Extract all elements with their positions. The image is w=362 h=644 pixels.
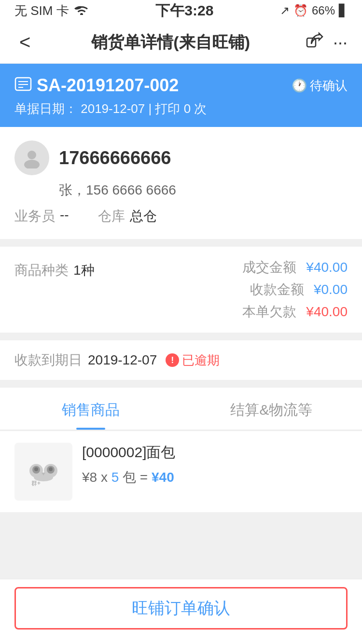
status-bar: 无 SIM 卡 下午3:28 ↗ ⏰ 66% ▋ — [0, 0, 362, 21]
battery-text: 66% — [312, 4, 335, 17]
customer-meta: 业务员 -- 仓库 总仓 — [14, 207, 348, 225]
debt-label: 本单欠款 — [242, 303, 296, 321]
customer-phone: 17666666666 — [59, 148, 171, 168]
tab-settlement[interactable]: 结算&物流等 — [181, 388, 362, 430]
debt-value: ¥40.00 — [306, 304, 348, 320]
order-date: 单据日期： 2019-12-07 | 打印 0 次 — [14, 100, 348, 117]
received-label: 收款金额 — [250, 280, 304, 299]
bottom-bar: 旺铺订单确认 — [0, 579, 362, 644]
product-price: ¥8 x 5 包 = ¥40 — [82, 468, 348, 487]
customer-name: 张，156 6666 6666 — [59, 181, 348, 199]
due-date: 2019-12-07 — [88, 352, 157, 368]
due-label: 收款到期日 — [14, 351, 82, 369]
back-button[interactable]: < — [14, 27, 35, 58]
warehouse-value: 总仓 — [130, 207, 157, 225]
svg-point-5 — [28, 151, 36, 159]
battery-icon: ▋ — [339, 4, 348, 17]
product-type: 商品种类 1种 — [14, 258, 95, 280]
overdue-text: 已逾期 — [182, 352, 220, 369]
product-info: [0000002]面包 ¥8 x 5 包 = ¥40 — [82, 443, 348, 487]
order-number: SA-20191207-002 — [14, 75, 179, 96]
svg-point-12 — [49, 467, 53, 471]
salesman-label: 业务员 — [14, 207, 55, 225]
amount-summary: 成交金额 ¥40.00 收款金额 ¥0.00 本单欠款 ¥40.00 — [242, 258, 348, 321]
amount-value: ¥40.00 — [306, 260, 348, 275]
more-icon[interactable]: ··· — [333, 32, 348, 53]
page-title: 销货单详情(来自旺铺) — [91, 31, 250, 54]
svg-point-11 — [34, 467, 38, 471]
location-icon: ↗ — [280, 4, 290, 17]
status-time: 下午3:28 — [155, 1, 213, 21]
avatar — [14, 140, 49, 175]
share-icon[interactable] — [306, 31, 323, 53]
svg-text:群+: 群+ — [31, 480, 41, 486]
due-section: 收款到期日 2019-12-07 ! 已逾期 — [0, 340, 362, 380]
order-status: 🕐 待确认 — [292, 77, 348, 94]
product-image: 群+ — [14, 443, 72, 501]
clock-icon: 🕐 — [292, 78, 307, 93]
nav-actions: ··· — [306, 31, 348, 53]
summary-section: 商品种类 1种 成交金额 ¥40.00 收款金额 ¥0.00 本单欠款 ¥40.… — [0, 247, 362, 333]
tabs-section: 销售商品 结算&物流等 — [0, 388, 362, 430]
tab-sales-products[interactable]: 销售商品 — [0, 388, 181, 430]
order-icon — [14, 75, 32, 96]
overdue-icon: ! — [166, 353, 179, 367]
status-left: 无 SIM 卡 — [14, 2, 89, 19]
confirm-button[interactable]: 旺铺订单确认 — [14, 587, 348, 630]
nav-bar: < 销货单详情(来自旺铺) ··· — [0, 21, 362, 64]
alarm-icon: ⏰ — [293, 4, 308, 17]
tabs-bar: 销售商品 结算&物流等 — [0, 388, 362, 430]
carrier-text: 无 SIM 卡 — [14, 2, 69, 19]
received-value: ¥0.00 — [314, 282, 348, 297]
product-section: 群+ [0000002]面包 ¥8 x 5 包 = ¥40 — [0, 431, 362, 513]
salesman-value: -- — [60, 207, 69, 225]
wifi-icon — [74, 3, 89, 18]
product-item: 群+ [0000002]面包 ¥8 x 5 包 = ¥40 — [0, 431, 362, 513]
order-header: SA-20191207-002 🕐 待确认 单据日期： 2019-12-07 |… — [0, 64, 362, 127]
svg-point-6 — [24, 160, 40, 168]
product-name: [0000002]面包 — [82, 443, 348, 462]
warehouse-label: 仓库 — [98, 207, 125, 225]
customer-section: 17666666666 张，156 6666 6666 业务员 -- 仓库 总仓 — [0, 127, 362, 239]
overdue-badge: ! 已逾期 — [166, 352, 220, 369]
status-right: ↗ ⏰ 66% ▋ — [280, 4, 348, 17]
amount-label: 成交金额 — [242, 258, 296, 277]
